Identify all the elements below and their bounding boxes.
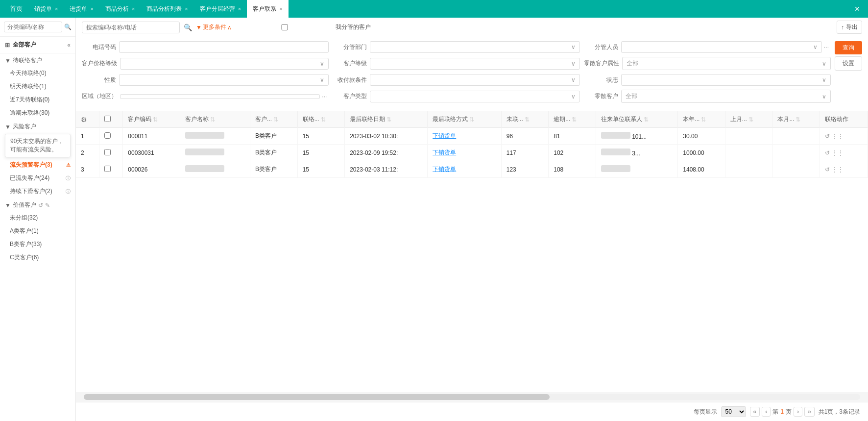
close-tab-purchase[interactable]: ×: [90, 6, 93, 12]
table-cell: 102: [549, 145, 596, 161]
page-size-select[interactable]: 50 10 20 100: [721, 406, 746, 417]
refresh-icon[interactable]: ↺: [38, 202, 43, 209]
sidebar-item-declining[interactable]: 持续下滑客户(2) ⓘ: [0, 185, 75, 198]
cust-grade-select[interactable]: ∨: [370, 58, 579, 70]
filter-phone: 电话号码: [82, 41, 329, 53]
group-risk-customers[interactable]: ▼ 风险客户: [0, 120, 75, 133]
th-contact[interactable]: 联络... ⇅: [297, 111, 345, 128]
sidebar-item-class-a[interactable]: A类客户(1): [0, 224, 75, 238]
manager-select[interactable]: ∨: [621, 41, 822, 53]
sidebar-item-unclassified[interactable]: 未分组(32): [0, 211, 75, 224]
tab-product-list[interactable]: 商品分析列表 ×: [141, 0, 193, 18]
search-input[interactable]: [82, 22, 180, 33]
search-button[interactable]: 🔍: [184, 24, 192, 31]
region-more-icon[interactable]: ···: [320, 93, 329, 100]
sidebar-item-7day-contact[interactable]: 近7天待联络(0): [0, 93, 75, 106]
tab-customer-contact[interactable]: 客户联系 ×: [247, 0, 288, 18]
th-last-month[interactable]: 上月... ⇅: [725, 111, 772, 128]
scrollbar-thumb[interactable]: [84, 394, 550, 400]
table-cell: 2: [76, 145, 99, 161]
filter-sparse-cust: 零散客户 全部 ∨: [584, 90, 831, 103]
price-grade-select[interactable]: ∨: [120, 58, 329, 70]
horizontal-scrollbar[interactable]: [84, 394, 860, 400]
close-tab-customer-layering[interactable]: ×: [238, 6, 241, 12]
tab-home[interactable]: 首页: [4, 4, 28, 13]
table-cell[interactable]: ↺⋮⋮: [820, 128, 868, 145]
sparse-attr-select[interactable]: 全部 ∨: [622, 57, 831, 70]
th-settings[interactable]: ⚙: [76, 111, 99, 128]
close-tab-product-analysis[interactable]: ×: [132, 6, 135, 12]
sidebar-item-overdue-contact[interactable]: 逾期未联络(30): [0, 106, 75, 120]
sidebar-item-churned[interactable]: 已流失客户(24) ⓘ: [0, 172, 75, 185]
export-button[interactable]: ↑ 导出: [837, 21, 862, 34]
table-cell[interactable]: ↺⋮⋮: [820, 161, 868, 178]
table-cell[interactable]: [99, 128, 123, 145]
edit-icon[interactable]: ✎: [45, 202, 50, 209]
region-select[interactable]: [120, 94, 320, 99]
settings-button[interactable]: 设置: [835, 56, 862, 71]
sa-arrow-icon: ∨: [822, 60, 826, 67]
more-conditions-btn[interactable]: ▼ 更多条件 ∧: [196, 23, 232, 31]
sidebar-item-tomorrow-contact[interactable]: 明天待联络(1): [0, 80, 75, 93]
last-page-btn[interactable]: »: [804, 407, 815, 417]
th-unit-contact[interactable]: 往来单位联系人 ⇅: [596, 111, 678, 128]
my-customers-input[interactable]: [236, 24, 334, 30]
sidebar-search-input[interactable]: [4, 22, 62, 32]
filter-status: 状态 ∨: [584, 74, 831, 86]
th-last-method[interactable]: 最后联络方式 ⇅: [428, 111, 501, 128]
sidebar-item-churn-warning[interactable]: 流失预警客户(3) ⚠: [0, 158, 75, 172]
th-this-year[interactable]: 本年... ⇅: [678, 111, 725, 128]
status-select[interactable]: ∨: [621, 74, 831, 86]
th-type[interactable]: 客户... ⇅: [250, 111, 298, 128]
sidebar-item-class-c[interactable]: C类客户(6): [0, 251, 75, 264]
close-tab-product-list[interactable]: ×: [185, 6, 188, 12]
tab-purchase[interactable]: 进货单 ×: [64, 0, 99, 18]
table-cell[interactable]: 下销货单: [428, 128, 501, 145]
payment-select[interactable]: ∨: [370, 74, 579, 86]
close-tab-sales[interactable]: ×: [55, 6, 58, 12]
cust-type-select[interactable]: ∨: [370, 91, 579, 102]
tab-sales[interactable]: 销货单 ×: [28, 0, 64, 18]
close-window-icon[interactable]: ✕: [850, 5, 864, 13]
th-last-date[interactable]: 最后联络日期 ⇅: [345, 111, 428, 128]
sidebar-search-icon[interactable]: 🔍: [64, 24, 72, 30]
page-nav: « ‹ 第 1 页 › »: [750, 407, 815, 417]
chevron-up-icon: ∧: [227, 24, 232, 31]
sparse-cust-select[interactable]: 全部 ∨: [621, 90, 831, 103]
query-button[interactable]: 查询: [835, 41, 862, 54]
group-value-customers[interactable]: ▼ 价值客户 ↺ ✎: [0, 198, 75, 211]
my-customers-checkbox[interactable]: 我分管的客户: [236, 23, 371, 31]
tab-product-analysis[interactable]: 商品分析 ×: [99, 0, 141, 18]
table-cell[interactable]: 下销货单: [428, 145, 501, 161]
th-overdue[interactable]: 逾期... ⇅: [549, 111, 596, 128]
table-settings-btn[interactable]: ⚙: [81, 116, 87, 124]
table-cell: 101...: [596, 128, 678, 145]
next-page-btn[interactable]: ›: [794, 407, 802, 417]
first-page-btn[interactable]: «: [750, 407, 760, 417]
tab-customer-layering[interactable]: 客户分层经营 ×: [194, 0, 247, 18]
th-name[interactable]: 客户名称 ⇅: [180, 111, 250, 128]
close-tab-customer-contact[interactable]: ×: [279, 6, 282, 12]
phone-input[interactable]: [119, 41, 329, 53]
dept-select[interactable]: ∨: [370, 41, 579, 53]
th-code[interactable]: 客户编码 ⇅: [123, 111, 180, 128]
table-cell[interactable]: 下销货单: [428, 161, 501, 178]
pagination-bar: 每页显示 50 10 20 100 « ‹ 第 1 页 › » 共1页，3条记录: [76, 402, 868, 421]
sidebar-item-today-contact[interactable]: 今天待联络(0): [0, 67, 75, 80]
table-cell[interactable]: ↺⋮⋮: [820, 145, 868, 161]
sidebar-item-class-b[interactable]: B类客户(33): [0, 238, 75, 251]
sidebar-all-customers[interactable]: ⊞ 全部客户 «: [0, 37, 75, 53]
th-checkbox[interactable]: [99, 111, 123, 128]
nature-select[interactable]: ∨: [119, 74, 329, 86]
prev-page-btn[interactable]: ‹: [762, 407, 771, 417]
table-cell[interactable]: [99, 161, 123, 178]
collapse-icon[interactable]: «: [67, 42, 71, 49]
table-cell[interactable]: [99, 145, 123, 161]
group-pending-contact[interactable]: ▼ 待联络客户: [0, 53, 75, 67]
filter-row-3: 性质 ∨ 收付款条件 ∨: [82, 74, 831, 86]
filter-payment: 收付款条件 ∨: [333, 74, 579, 86]
select-all-checkbox[interactable]: [104, 116, 111, 122]
th-uncontacted[interactable]: 未联... ⇅: [501, 111, 549, 128]
th-this-month[interactable]: 本月... ⇅: [772, 111, 820, 128]
manager-more-icon[interactable]: ···: [822, 44, 831, 50]
